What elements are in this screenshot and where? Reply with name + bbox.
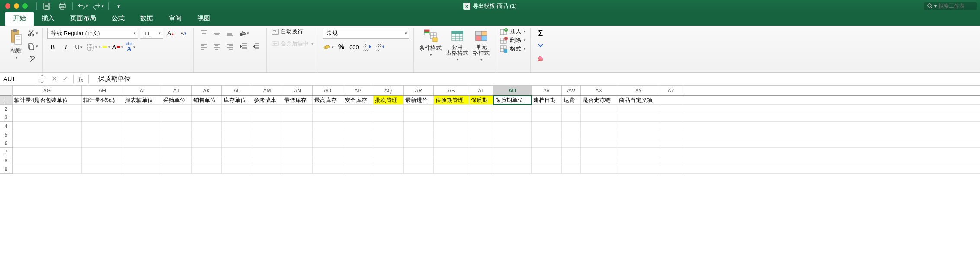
autosum-icon[interactable]: Σ	[535, 28, 546, 39]
cell[interactable]: 库存单位	[222, 96, 252, 104]
cell[interactable]	[469, 165, 493, 173]
cell[interactable]: 保质期	[469, 96, 493, 104]
undo-icon[interactable]: ▾	[77, 0, 88, 12]
align-middle-icon[interactable]	[211, 28, 222, 39]
tab-home[interactable]: 开始	[5, 12, 34, 26]
column-header[interactable]: AG	[13, 86, 82, 95]
cell[interactable]	[581, 139, 617, 147]
column-header[interactable]: AX	[581, 86, 617, 95]
cell[interactable]: 保质期管理	[434, 96, 469, 104]
cell[interactable]	[434, 139, 469, 147]
align-right-icon[interactable]	[224, 41, 235, 52]
font-size-combo[interactable]: 11▾	[140, 28, 163, 39]
cell[interactable]	[404, 122, 434, 130]
cell[interactable]	[434, 105, 469, 113]
tab-page-layout[interactable]: 页面布局	[62, 12, 104, 26]
cell[interactable]	[282, 139, 313, 147]
cell[interactable]	[660, 156, 682, 165]
cell[interactable]	[617, 139, 660, 147]
orientation-icon[interactable]: ab▾	[238, 28, 249, 39]
column-header[interactable]: AQ	[373, 86, 404, 95]
decrease-font-icon[interactable]: A▾	[178, 28, 189, 39]
enter-formula-icon[interactable]: ✓	[62, 75, 68, 83]
cell[interactable]	[581, 113, 617, 121]
cell[interactable]	[82, 156, 123, 165]
cell[interactable]	[617, 130, 660, 139]
cell[interactable]	[13, 156, 82, 165]
cell[interactable]	[13, 148, 82, 156]
cell[interactable]	[13, 130, 82, 139]
row-header[interactable]: 1	[0, 96, 12, 105]
cell[interactable]	[161, 148, 192, 156]
column-header[interactable]: AL	[222, 86, 252, 95]
cell[interactable]	[660, 130, 682, 139]
cell[interactable]	[404, 130, 434, 139]
cell[interactable]	[123, 156, 161, 165]
cell[interactable]: 销售单位	[192, 96, 222, 104]
cell[interactable]	[343, 165, 373, 173]
cell[interactable]	[161, 105, 192, 113]
cell[interactable]	[252, 156, 282, 165]
column-header[interactable]: AH	[82, 86, 123, 95]
fx-icon[interactable]: fx	[79, 75, 83, 83]
cell[interactable]	[313, 139, 343, 147]
decrease-indent-icon[interactable]	[238, 41, 249, 52]
align-left-icon[interactable]	[198, 41, 209, 52]
cell[interactable]	[581, 122, 617, 130]
maximize-window-button[interactable]	[22, 3, 28, 9]
cell[interactable]	[532, 130, 562, 139]
cell[interactable]	[313, 148, 343, 156]
cell[interactable]	[282, 122, 313, 130]
cell[interactable]	[532, 165, 562, 173]
row-header[interactable]: 6	[0, 139, 12, 148]
cell[interactable]	[282, 113, 313, 121]
column-header[interactable]: AU	[493, 86, 532, 95]
cell[interactable]	[562, 165, 581, 173]
font-color-button[interactable]: A▾	[112, 41, 123, 53]
cell[interactable]: 最新进价	[404, 96, 434, 104]
cell[interactable]	[282, 105, 313, 113]
column-header[interactable]: AY	[617, 86, 660, 95]
cell[interactable]	[192, 139, 222, 147]
cell[interactable]	[581, 148, 617, 156]
row-header[interactable]: 9	[0, 165, 12, 174]
cell[interactable]	[660, 105, 682, 113]
cell[interactable]: 建档日期	[532, 96, 562, 104]
cell[interactable]	[373, 165, 404, 173]
cell[interactable]	[161, 165, 192, 173]
cell[interactable]	[192, 165, 222, 173]
cell[interactable]	[469, 139, 493, 147]
cell[interactable]	[493, 113, 532, 121]
cell[interactable]	[82, 139, 123, 147]
search-box[interactable]: ▾	[924, 2, 977, 10]
cell[interactable]	[252, 165, 282, 173]
cell[interactable]	[660, 122, 682, 130]
cell[interactable]	[404, 139, 434, 147]
cell[interactable]	[469, 130, 493, 139]
copy-icon[interactable]: ▾	[27, 41, 38, 52]
cell[interactable]	[493, 139, 532, 147]
column-header[interactable]: AI	[123, 86, 161, 95]
cell[interactable]: 参考成本	[252, 96, 282, 104]
row-header[interactable]: 2	[0, 105, 12, 113]
cell[interactable]	[82, 105, 123, 113]
cell[interactable]	[373, 156, 404, 165]
cell[interactable]	[373, 130, 404, 139]
number-format-combo[interactable]: 常规▾	[323, 28, 409, 39]
cell[interactable]	[617, 105, 660, 113]
cell[interactable]	[581, 156, 617, 165]
column-header[interactable]: AR	[404, 86, 434, 95]
merge-center-button[interactable]: 合并后居中 ▾	[271, 40, 314, 48]
column-header[interactable]: AM	[252, 86, 282, 95]
cell[interactable]	[161, 139, 192, 147]
cell[interactable]	[469, 156, 493, 165]
cell[interactable]	[373, 105, 404, 113]
cell[interactable]: 安全库存	[343, 96, 373, 104]
cell[interactable]	[404, 156, 434, 165]
cell[interactable]	[562, 156, 581, 165]
cell[interactable]	[282, 156, 313, 165]
row-header[interactable]: 7	[0, 148, 12, 156]
cell[interactable]	[469, 113, 493, 121]
column-header[interactable]: AK	[192, 86, 222, 95]
column-header[interactable]: AW	[562, 86, 581, 95]
